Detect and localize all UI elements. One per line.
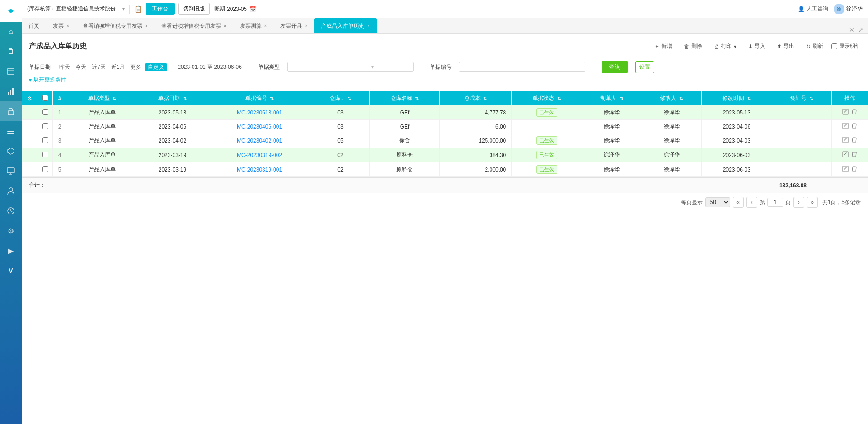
new-button[interactable]: ＋ 新增 <box>651 41 676 52</box>
td-check[interactable] <box>38 148 52 162</box>
sidebar-item-play[interactable]: ▶ <box>0 241 22 261</box>
th-settings[interactable]: ⚙ <box>22 91 38 105</box>
date-range-display[interactable]: 2023-01-01 至 2023-06-06 <box>178 63 241 71</box>
td-check[interactable] <box>38 105 52 120</box>
close-tab-invoice-calc[interactable]: × <box>264 24 267 29</box>
row-checkbox[interactable] <box>42 166 48 172</box>
page-number-input[interactable] <box>767 198 783 207</box>
tab-invoice-calc[interactable]: 发票测算 × <box>233 18 274 33</box>
number-filter-input[interactable] <box>459 62 585 72</box>
delete-row-button[interactable] <box>851 137 857 144</box>
edit-row-button[interactable] <box>842 151 849 159</box>
next-page-button[interactable]: › <box>793 197 804 208</box>
prev-page-button[interactable]: ‹ <box>746 197 757 208</box>
td-check[interactable] <box>38 162 52 177</box>
td-number[interactable]: MC-20230319-002 <box>208 148 311 162</box>
import-button[interactable]: ⬇ 导入 <box>745 41 769 52</box>
sidebar-item-v[interactable]: V <box>0 261 22 281</box>
calendar-icon[interactable]: 📅 <box>250 6 256 12</box>
export-button[interactable]: ⬆ 导出 <box>774 41 798 52</box>
th-creator[interactable]: 制单人 ⇅ <box>582 91 642 105</box>
delete-button[interactable]: 🗑 删除 <box>680 41 706 52</box>
tab-invoice-open[interactable]: 发票开具 × <box>274 18 314 33</box>
th-voucher[interactable]: 凭证号 ⇅ <box>772 91 831 105</box>
tab-invoice[interactable]: 发票 × <box>46 18 76 33</box>
shortcut-yesterday[interactable]: 昨天 <box>58 63 71 71</box>
first-page-button[interactable]: « <box>733 197 744 208</box>
tab-product-stock[interactable]: 产成品入库单历史 × <box>314 18 377 33</box>
switch-version-button[interactable]: 切到旧版 <box>178 3 210 15</box>
shortcut-custom[interactable]: 自定义 <box>145 63 167 71</box>
print-button[interactable]: 🖨 打印 ▾ <box>710 41 740 52</box>
delete-row-button[interactable] <box>851 151 857 159</box>
sidebar-item-device[interactable] <box>0 161 22 181</box>
th-type[interactable]: 单据类型 ⇅ <box>67 91 137 105</box>
help-button[interactable]: 👤 人工咨询 <box>798 5 828 13</box>
sidebar-item-list[interactable] <box>0 121 22 141</box>
delete-row-button[interactable] <box>851 123 857 130</box>
close-all-tabs-button[interactable]: ✕ <box>849 26 854 33</box>
sidebar-item-invoice[interactable]: 🗒 <box>0 42 22 62</box>
shortcut-7days[interactable]: 近7天 <box>90 63 107 71</box>
td-check[interactable] <box>38 120 52 133</box>
tab-purchase-vat[interactable]: 查看进项增值税专用发票 × <box>155 18 233 33</box>
sidebar-item-clock[interactable] <box>0 201 22 221</box>
close-tab-invoice-open[interactable]: × <box>305 24 307 29</box>
sidebar-item-goods[interactable] <box>0 141 22 161</box>
td-number[interactable]: MC-20230406-001 <box>208 120 311 133</box>
th-warehouse-code[interactable]: 仓库... ⇅ <box>311 91 369 105</box>
td-number[interactable]: MC-20230319-001 <box>208 162 311 177</box>
sidebar-item-tax[interactable] <box>0 62 22 81</box>
th-date[interactable]: 单据日期 ⇅ <box>137 91 208 105</box>
delete-row-button[interactable] <box>851 109 857 116</box>
th-warehouse-name[interactable]: 仓库名称 ⇅ <box>369 91 440 105</box>
close-tab-purchase-vat[interactable]: × <box>224 24 226 29</box>
company-name[interactable]: (库存核算）直播轻捷通信息技术股份... ▾ <box>27 5 125 13</box>
td-number[interactable]: MC-20230402-001 <box>208 133 311 148</box>
edit-row-button[interactable] <box>842 123 849 130</box>
td-number[interactable]: MC-20230513-001 <box>208 105 311 120</box>
edit-row-button[interactable] <box>842 137 849 144</box>
th-modifier[interactable]: 修改人 ⇅ <box>642 91 702 105</box>
sidebar-item-lock[interactable] <box>0 101 22 121</box>
refresh-button[interactable]: ↻ 刷新 <box>802 41 827 52</box>
th-total-cost[interactable]: 总成本 ⇅ <box>440 91 512 105</box>
th-number[interactable]: 单据编号 ⇅ <box>208 91 311 105</box>
shortcut-1month[interactable]: 近1月 <box>110 63 127 71</box>
row-checkbox[interactable] <box>42 123 48 129</box>
user-menu[interactable]: 徐 徐泽华 <box>834 4 863 14</box>
query-button[interactable]: 查询 <box>602 61 628 73</box>
sidebar-item-analytics[interactable] <box>0 81 22 101</box>
tab-sales-vat[interactable]: 查看销项增值税专用发票 × <box>76 18 155 33</box>
shortcut-more[interactable]: 更多 <box>129 63 142 71</box>
row-checkbox[interactable] <box>42 152 48 157</box>
row-checkbox[interactable] <box>42 137 48 143</box>
edit-row-button[interactable] <box>842 109 849 116</box>
show-detail-checkbox[interactable]: 显示明细 <box>831 43 861 50</box>
edit-row-button[interactable] <box>842 166 849 173</box>
th-check[interactable] <box>38 91 52 105</box>
maximize-button[interactable]: ⤢ <box>858 26 863 33</box>
sidebar-item-home[interactable]: ⌂ <box>0 22 22 42</box>
sidebar-item-user[interactable] <box>0 181 22 201</box>
expand-more-button[interactable]: ▾ 展开更多条件 <box>29 76 861 84</box>
delete-row-button[interactable] <box>851 166 857 173</box>
close-tab-invoice[interactable]: × <box>66 24 69 29</box>
tab-home[interactable]: 首页 <box>22 18 46 33</box>
shortcut-today[interactable]: 今天 <box>74 63 88 71</box>
last-page-button[interactable]: » <box>807 197 818 208</box>
sidebar-item-cog[interactable]: ⚙ <box>0 221 22 241</box>
th-status[interactable]: 单据状态 ⇅ <box>512 91 582 105</box>
print-chevron-icon: ▾ <box>734 43 736 50</box>
page-size-select[interactable]: 50 100 200 <box>705 197 730 207</box>
type-filter-select[interactable]: ▾ <box>287 62 414 72</box>
td-check[interactable] <box>38 133 52 148</box>
close-tab-product-stock[interactable]: × <box>367 24 370 29</box>
show-detail-input[interactable] <box>831 43 837 49</box>
settings-filter-button[interactable]: 设置 <box>635 61 654 73</box>
th-modify-time[interactable]: 修改时间 ⇅ <box>702 91 772 105</box>
select-all-checkbox[interactable] <box>42 95 48 101</box>
row-checkbox[interactable] <box>42 109 48 115</box>
worktable-button[interactable]: 工作台 <box>146 3 175 15</box>
close-tab-sales-vat[interactable]: × <box>145 24 148 29</box>
